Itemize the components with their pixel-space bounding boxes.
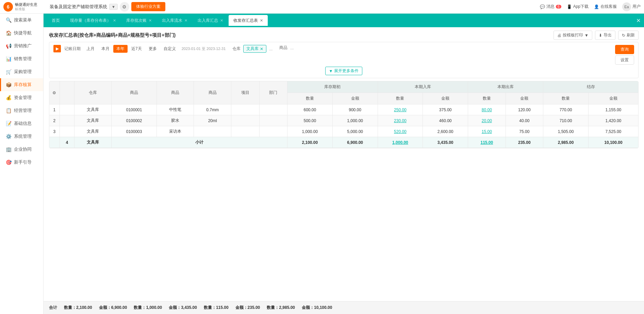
subtotal-warehouse: 文具库: [75, 137, 112, 148]
subtotal-out-qty[interactable]: 115.00: [468, 137, 506, 148]
row3-bal-qty: 1,505.00: [543, 126, 589, 137]
sidebar-item-label: 销售管理: [14, 56, 32, 62]
row3-out-qty[interactable]: 15.00: [468, 126, 506, 137]
sidebar-item-search[interactable]: 🔍 搜索菜单: [0, 14, 43, 27]
row2-goods-spec: 20ml: [194, 115, 231, 126]
row1-out-qty[interactable]: 80.00: [468, 104, 506, 115]
sidebar-item-inventory[interactable]: 📦 库存核算: [0, 78, 43, 91]
table-goods-name-header: 商品: [157, 81, 194, 104]
refresh-btn[interactable]: ↻ 刷新: [618, 31, 639, 40]
total-bal-amt: 金额：10,100.00: [302, 305, 332, 311]
date-btn-last-month[interactable]: 上月: [83, 45, 98, 53]
inventory-icon: 📦: [6, 82, 11, 87]
tab-batch-ledger[interactable]: 库存批次账 ✕: [121, 15, 156, 26]
date-range-display: 2023-01-01 至 2023-12-31: [182, 46, 226, 51]
date-btn-custom[interactable]: 自定义: [161, 45, 179, 53]
sidebar-item-basic-info[interactable]: 📝 基础信息: [0, 117, 43, 130]
row2-warehouse: 文具库: [75, 115, 112, 126]
subtotal-in-qty[interactable]: 1,000.00: [378, 137, 423, 148]
table-in-amt-header: 金额: [423, 93, 468, 104]
sidebar-item-newbie[interactable]: 🎯 新手引导: [0, 156, 43, 169]
row1-goods-spec: 0.7mm: [194, 104, 231, 115]
tab-recv-summary[interactable]: 收发存汇总表 ✕: [229, 15, 268, 26]
row2-out-qty[interactable]: 20.00: [468, 115, 506, 126]
query-btn[interactable]: 查询: [615, 45, 634, 54]
system-title: 装备及固定资产辅助管理系统: [50, 4, 107, 10]
date-btn-more[interactable]: 更多: [146, 45, 160, 53]
row2-goods-code: 0100002: [112, 115, 157, 126]
date-label: 记账日期: [64, 46, 81, 52]
filter-collapse-arrow[interactable]: ▶: [53, 45, 61, 52]
row3-warehouse: 文具库: [75, 126, 112, 137]
user-menu[interactable]: Ea 用户: [622, 2, 641, 11]
row2-in-qty[interactable]: 230.00: [378, 115, 423, 126]
tab-inventory-dist[interactable]: 现存量（库存分布表） ✕: [65, 15, 121, 26]
sidebar-item-system[interactable]: ⚙️ 系统管理: [0, 130, 43, 143]
table-out-header: 本期出库: [468, 81, 543, 93]
bottom-total-bar: 合计 数量：2,100.00 金额：6,900.00 数量：1,000.00 金…: [44, 301, 644, 314]
print-btn[interactable]: 🖨 按模板打印 ▼: [554, 31, 592, 40]
goods-more-btn[interactable]: ...: [290, 46, 294, 50]
filter-settings-btn[interactable]: 设置: [615, 55, 634, 65]
row3-goods-spec: [194, 126, 231, 137]
sidebar-item-finance[interactable]: 💰 资金管理: [0, 91, 43, 104]
tab-in-out-flow[interactable]: 出入库流水 ✕: [157, 15, 192, 26]
finance-icon: 💰: [6, 95, 11, 100]
table-opening-header: 库存期初: [287, 81, 378, 93]
messages-btn[interactable]: 💬 消息 6: [540, 4, 561, 10]
tab-home[interactable]: 首页: [47, 15, 65, 26]
row1-in-qty[interactable]: 250.00: [378, 104, 423, 115]
sidebar-item-label: 新手引导: [14, 159, 32, 165]
date-btn-7days[interactable]: 近7天: [128, 45, 145, 53]
row1-bal-qty: 770.00: [543, 104, 589, 115]
row3-in-qty[interactable]: 520.00: [378, 126, 423, 137]
sidebar-item-label: 基础信息: [14, 120, 32, 127]
sidebar-item-label: 营销推广: [14, 43, 32, 49]
refresh-icon: ↻: [622, 33, 625, 38]
tab-close-recv-summary[interactable]: ✕: [260, 18, 263, 23]
tab-close-inventory-dist[interactable]: ✕: [113, 18, 116, 23]
row3-open-qty: 1,000.00: [287, 126, 332, 137]
subtotal-indicator: [49, 137, 60, 148]
sidebar-item-purchase[interactable]: 🛒 采购管理: [0, 65, 43, 78]
app-download-btn[interactable]: 📱 App下载: [567, 4, 589, 10]
warehouse-tag-close[interactable]: ✕: [260, 47, 263, 51]
tab-bar-close-btn[interactable]: ✕: [636, 17, 641, 24]
subtotal-open-amt: 6,900.00: [332, 137, 378, 148]
table-dept-header: 部门: [259, 81, 287, 104]
sidebar-item-enterprise[interactable]: 🏢 企业协同: [0, 143, 43, 156]
row3-goods-code: 0100003: [112, 126, 157, 137]
tab-close-in-out-summary[interactable]: ✕: [220, 18, 223, 23]
tab-in-out-summary[interactable]: 出入库汇总 ✕: [193, 15, 228, 26]
total-label: 合计: [49, 305, 57, 311]
sidebar-item-marketing[interactable]: 📢 营销推广: [0, 39, 43, 52]
row1-dept: [259, 104, 287, 115]
row2-goods-name: 胶水: [157, 115, 194, 126]
enterprise-icon: 🏢: [6, 147, 11, 152]
table-row: 1 文具库 0100001 中性笔 0.7mm 600.00 900.: [49, 104, 638, 115]
export-btn[interactable]: ⬇ 导出: [595, 31, 615, 40]
row3-in-amt: 2,600.00: [423, 126, 468, 137]
trial-btn[interactable]: 体验行业方案: [131, 2, 165, 11]
goods-label: 商品: [279, 45, 287, 51]
tab-close-batch-ledger[interactable]: ✕: [149, 18, 152, 23]
table-bal-amt-header: 金额: [588, 93, 638, 104]
system-dropdown[interactable]: ▼: [109, 4, 118, 10]
expand-conditions-btn[interactable]: ▼ 展开更多条件: [325, 67, 363, 75]
warehouse-more-btn[interactable]: ...: [269, 47, 273, 51]
table-settings-header[interactable]: ⚙: [49, 81, 60, 104]
page-title: 收发存汇总表(按仓库+商品编码+商品+规格型号+项目+部门): [49, 32, 176, 38]
online-service-btn[interactable]: 👤 在线客服: [594, 4, 617, 10]
date-btn-this-month[interactable]: 本月: [98, 45, 113, 53]
sidebar-item-operations[interactable]: 📋 经营管理: [0, 104, 43, 117]
date-btn-this-year[interactable]: 本年: [113, 45, 128, 53]
tab-bar: 首页 现存量（库存分布表） ✕ 库存批次账 ✕ 出入库流水 ✕ 出入库汇总 ✕: [44, 14, 644, 27]
tab-close-in-out-flow[interactable]: ✕: [184, 18, 187, 23]
row2-out-amt: 40.00: [506, 115, 543, 126]
row3-num2: [60, 126, 75, 137]
messages-badge: 6: [556, 5, 561, 9]
sidebar-item-sales[interactable]: 📊 销售管理: [0, 52, 43, 65]
settings-icon[interactable]: ⚙: [120, 2, 129, 12]
table-project-header: 项目: [231, 81, 259, 104]
sidebar-item-quick-nav[interactable]: 🏠 快捷导航: [0, 27, 43, 39]
